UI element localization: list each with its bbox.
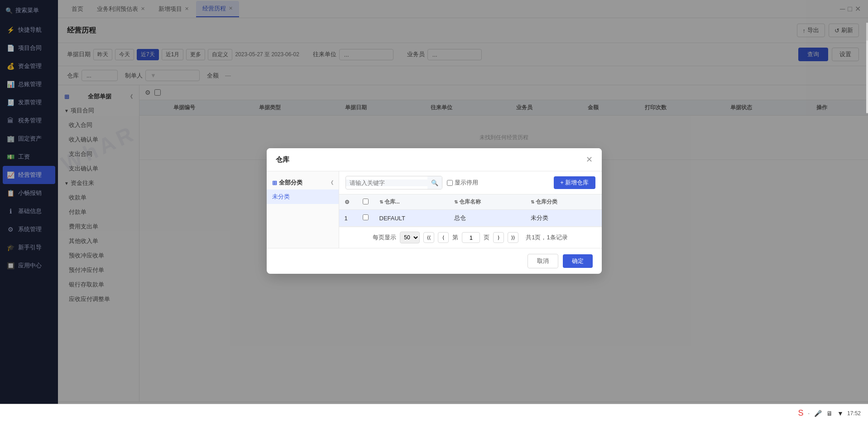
taskbar-icon-mic[interactable]: 🎤 bbox=[814, 410, 822, 417]
col-modal-category[interactable]: ⇅ 仓库分类 bbox=[525, 194, 602, 210]
modal-search-input[interactable] bbox=[346, 179, 427, 186]
modal-header: 仓库 ✕ bbox=[267, 148, 602, 171]
taskbar-time: 17:52 bbox=[847, 410, 861, 417]
modal-table: ⚙ ⇅ 仓库... ⇅ bbox=[339, 194, 602, 227]
sort-icon: ⇅ bbox=[379, 199, 383, 204]
taskbar-icon-s: S bbox=[798, 408, 803, 418]
settings-icon: ⚙ bbox=[345, 199, 350, 205]
modal-overlay: 仓库 ✕ ⊞ 全部分类 《 未分类 bbox=[0, 0, 868, 422]
modal-table-body: 1 DEFAULT 总仓 未分类 bbox=[339, 210, 602, 227]
modal-toolbar: 🔍 显示停用 + 新增仓库 bbox=[339, 171, 602, 194]
confirm-button[interactable]: 确定 bbox=[563, 254, 593, 268]
modal-sidebar: ⊞ 全部分类 《 未分类 bbox=[267, 171, 339, 248]
modal-table-wrapper: ⚙ ⇅ 仓库... ⇅ bbox=[339, 194, 602, 227]
modal-all-category-label[interactable]: 全部分类 bbox=[277, 179, 328, 187]
modal-title: 仓库 bbox=[276, 155, 289, 164]
sort-icon3: ⇅ bbox=[531, 199, 534, 204]
taskbar-icons: S · 🎤 🖥 ▼ bbox=[798, 408, 844, 418]
modal-close-button[interactable]: ✕ bbox=[586, 155, 593, 165]
show-disabled-checkbox[interactable] bbox=[447, 180, 453, 186]
modal-pagination: 每页显示 50 ⟨⟨ ⟨ 第 页 ⟩ ⟩⟩ 共1页，1条记录 bbox=[339, 227, 602, 248]
sort-icon2: ⇅ bbox=[454, 199, 458, 204]
row-checkbox-cell[interactable] bbox=[357, 210, 374, 227]
modal-prev-btn[interactable]: ⟨ bbox=[438, 232, 449, 243]
col-modal-code[interactable]: ⇅ 仓库... bbox=[374, 194, 449, 210]
col-name-label: 仓库名称 bbox=[459, 199, 481, 205]
row-code: DEFAULT bbox=[374, 210, 449, 227]
warehouse-modal: 仓库 ✕ ⊞ 全部分类 《 未分类 bbox=[267, 148, 602, 274]
col-code-label: 仓库... bbox=[384, 199, 400, 205]
modal-search-icon: 🔍 bbox=[427, 176, 442, 189]
modal-page-label: 第 bbox=[452, 233, 458, 242]
modal-total-label: 共1页，1条记录 bbox=[526, 233, 567, 242]
modal-footer-actions: 取消 确定 bbox=[267, 248, 602, 274]
modal-next-btn[interactable]: ⟩ bbox=[493, 232, 504, 243]
show-disabled-checkbox-label[interactable]: 显示停用 bbox=[447, 179, 478, 187]
modal-per-page-label: 每页显示 bbox=[373, 233, 396, 242]
table-row[interactable]: 1 DEFAULT 总仓 未分类 bbox=[339, 210, 602, 227]
modal-page-input[interactable] bbox=[462, 232, 480, 243]
col-modal-checkbox[interactable] bbox=[357, 194, 374, 210]
modal-first-btn[interactable]: ⟨⟨ bbox=[423, 232, 434, 243]
taskbar-icon-screen[interactable]: 🖥 bbox=[826, 410, 833, 417]
modal-sidebar-header: ⊞ 全部分类 《 bbox=[267, 176, 339, 189]
col-category-label: 仓库分类 bbox=[536, 199, 557, 205]
cancel-button[interactable]: 取消 bbox=[528, 254, 558, 268]
taskbar: S · 🎤 🖥 ▼ 17:52 bbox=[0, 404, 868, 422]
modal-select-all[interactable] bbox=[363, 199, 369, 204]
taskbar-icon-dot: · bbox=[808, 410, 810, 417]
row-category: 未分类 bbox=[525, 210, 602, 227]
modal-per-page-select[interactable]: 50 bbox=[400, 232, 420, 243]
col-modal-settings[interactable]: ⚙ bbox=[339, 194, 357, 210]
modal-search-box: 🔍 bbox=[345, 176, 442, 189]
grid-icon2: ⊞ bbox=[272, 179, 277, 186]
col-modal-name[interactable]: ⇅ 仓库名称 bbox=[449, 194, 525, 210]
show-disabled-label: 显示停用 bbox=[455, 179, 478, 187]
modal-last-btn[interactable]: ⟩⟩ bbox=[508, 232, 518, 243]
modal-sidebar-unclassified[interactable]: 未分类 bbox=[267, 189, 339, 204]
modal-main: 🔍 显示停用 + 新增仓库 ⚙ bbox=[339, 171, 602, 248]
taskbar-icon-filter[interactable]: ▼ bbox=[837, 410, 844, 417]
row-name: 总仓 bbox=[449, 210, 525, 227]
add-warehouse-button[interactable]: + 新增仓库 bbox=[554, 176, 595, 189]
modal-table-header: ⚙ ⇅ 仓库... ⇅ bbox=[339, 194, 602, 210]
row-index: 1 bbox=[339, 210, 357, 227]
modal-sidebar-scroll: 未分类 bbox=[267, 189, 339, 204]
modal-sidebar-collapse-icon[interactable]: 《 bbox=[328, 179, 333, 186]
modal-body: ⊞ 全部分类 《 未分类 🔍 bbox=[267, 171, 602, 248]
row-checkbox[interactable] bbox=[363, 214, 369, 220]
modal-page-suffix: 页 bbox=[484, 233, 489, 242]
